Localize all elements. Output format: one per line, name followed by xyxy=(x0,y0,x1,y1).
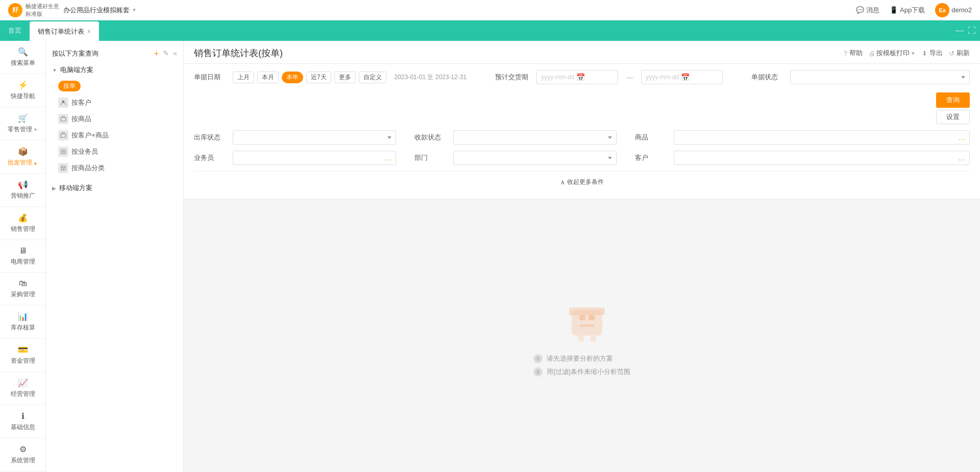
sales-icon: 💰 xyxy=(18,213,28,223)
calendar-icon: 📅 xyxy=(576,73,585,81)
print-button[interactable]: 🖨 按模板打印 ▼ xyxy=(869,49,916,58)
user-avatar-button[interactable]: Ea demo2 xyxy=(935,3,972,17)
svg-rect-16 xyxy=(590,336,596,342)
status-label: 单据状态 xyxy=(751,73,782,82)
sidebar-item-sales[interactable]: 💰 销售管理 xyxy=(0,207,45,240)
inventory-icon: 📊 xyxy=(18,312,28,321)
custom-date-btn[interactable]: 自定义 xyxy=(359,72,386,83)
svg-rect-12 xyxy=(579,324,595,327)
salesperson-input[interactable]: … xyxy=(233,151,396,165)
dept-select[interactable] xyxy=(453,151,617,165)
svg-rect-15 xyxy=(578,336,584,342)
svg-rect-1 xyxy=(61,117,66,121)
sidebar-item-ecom[interactable]: 🖥 电商管理 xyxy=(0,240,45,273)
this-month-btn[interactable]: 本月 xyxy=(257,72,279,83)
goods-more-button[interactable]: … xyxy=(958,133,965,141)
tree-item-by-salesperson[interactable]: 按业务员 xyxy=(52,144,183,160)
empty-state: ① 请先选择要分析的方案 ② 用[过滤]条件来缩小分析范围 xyxy=(184,199,980,472)
tree-item-by-customer[interactable]: 按客户 xyxy=(52,95,183,111)
app-download-button[interactable]: 📱 App下载 xyxy=(890,6,925,15)
page-header: 销售订单统计表(按单) ? 帮助 🖨 按模板打印 ▼ ⬇ 导出 xyxy=(184,41,980,64)
avatar: Ea xyxy=(935,3,949,17)
status-select[interactable] xyxy=(790,70,970,84)
expected-date-end[interactable]: yyyy-mm-dd 📅 xyxy=(641,70,723,84)
settings-button[interactable]: 设置 xyxy=(936,110,970,124)
cart-icon: 🛒 xyxy=(18,113,28,123)
last-month-btn[interactable]: 上月 xyxy=(233,72,254,83)
print-icon: 🖨 xyxy=(869,50,875,57)
last7days-btn[interactable]: 近7天 xyxy=(306,72,331,83)
message-button[interactable]: 💬 消息 xyxy=(856,6,879,15)
tree-item-by-category[interactable]: 按商品分类 xyxy=(52,160,183,176)
marketing-icon: 📢 xyxy=(18,180,28,190)
suite-title[interactable]: 办公用品行业模拟账套 ▼ xyxy=(63,6,137,15)
sidebar-item-quick-nav[interactable]: ⚡ 快捷导航 xyxy=(0,74,45,107)
sidebar-item-system[interactable]: ⚙ 系统管理 xyxy=(0,438,45,471)
help-icon: ? xyxy=(844,50,847,57)
maximize-icon[interactable]: ⛶ xyxy=(968,26,976,35)
goods-label: 商品 xyxy=(635,133,666,142)
chevron-down-icon xyxy=(608,136,612,139)
content-area: 按以下方案查询 + ✎ « ▼ 电脑端方案 按单 xyxy=(46,41,980,472)
empty-tip-1: ① 请先选择要分析的方案 xyxy=(533,354,630,363)
sidebar-item-inventory[interactable]: 📊 库存核算 xyxy=(0,305,45,339)
receipt-status-label: 收款状态 xyxy=(414,133,445,142)
collapse-row: ∧ 收起更多条件 xyxy=(194,171,970,193)
sidebar-item-biz[interactable]: 📈 经营管理 xyxy=(0,372,45,405)
sidebar-item-finance[interactable]: 💳 资金管理 xyxy=(0,339,45,372)
logo-icon: 好 xyxy=(8,3,22,17)
svg-point-14 xyxy=(597,322,603,331)
collapse-filter-button[interactable]: ∧ 收起更多条件 xyxy=(556,176,608,188)
purchase-icon: 🛍 xyxy=(19,279,27,288)
empty-tips: ① 请先选择要分析的方案 ② 用[过滤]条件来缩小分析范围 xyxy=(533,354,630,376)
customer-more-button[interactable]: … xyxy=(958,154,965,162)
edit-scheme-button[interactable]: ✎ xyxy=(163,49,169,58)
salesperson-icon xyxy=(58,147,68,157)
customer-input[interactable]: … xyxy=(674,151,970,165)
out-status-select[interactable] xyxy=(233,130,396,145)
sidebar-item-marketing[interactable]: 📢 营销推广 xyxy=(0,174,45,207)
dept-label: 部门 xyxy=(414,153,445,162)
chevron-down-icon xyxy=(961,76,965,79)
svg-point-13 xyxy=(571,322,577,331)
add-scheme-button[interactable]: + xyxy=(154,49,159,58)
tip-1-num: ① xyxy=(533,354,543,363)
tree-item-by-customer-goods[interactable]: 按客户+商品 xyxy=(52,127,183,144)
tree-item-by-goods[interactable]: 按商品 xyxy=(52,111,183,127)
salesperson-label: 业务员 xyxy=(194,153,225,162)
top-bar: 好 畅捷通好生意 标准版 办公用品行业模拟账套 ▼ 💬 消息 📱 App下载 E… xyxy=(0,0,980,20)
sidebar-item-search-menu[interactable]: 🔍 搜索菜单 xyxy=(0,41,45,74)
filter-row-1: 单据日期 上月 本月 本年 近7天 更多 自定义 2023-01-01 至 20… xyxy=(194,70,970,124)
query-button[interactable]: 查询 xyxy=(936,92,970,108)
goods-input[interactable]: … xyxy=(674,130,970,145)
salesperson-more-button[interactable]: … xyxy=(384,154,391,162)
lightning-icon: ⚡ xyxy=(18,80,28,90)
more-date-btn[interactable]: 更多 xyxy=(334,72,356,83)
help-button[interactable]: ? 帮助 xyxy=(844,49,863,58)
close-tab-icon[interactable]: × xyxy=(87,28,91,35)
expected-date-start[interactable]: yyyy-mm-dd 📅 xyxy=(536,70,618,84)
logo-text: 畅捷通好生意 标准版 xyxy=(26,3,59,17)
sidebar-item-basic[interactable]: ℹ 基础信息 xyxy=(0,405,45,438)
tip-2-text: 用[过滤]条件来缩小分析范围 xyxy=(547,367,630,376)
sidebar-item-retail[interactable]: 🛒 零售管理 ▼ xyxy=(0,107,45,140)
out-status-label: 出库状态 xyxy=(194,133,225,142)
export-button[interactable]: ⬇ 导出 xyxy=(922,49,943,58)
nav-tabs: 首页 销售订单统计表 × — ⛶ xyxy=(0,20,980,41)
sidebar-item-wholesale[interactable]: 📦 批发管理 ▲ xyxy=(0,140,45,174)
filter-row-3: 业务员 … 部门 客户 … xyxy=(194,151,970,165)
refresh-button[interactable]: ↺ 刷新 xyxy=(949,49,970,58)
receipt-status-select[interactable] xyxy=(453,130,617,145)
tab-home[interactable]: 首页 xyxy=(0,20,30,41)
customer-goods-icon xyxy=(58,130,68,140)
this-year-btn[interactable]: 本年 xyxy=(282,72,303,83)
minimize-icon[interactable]: — xyxy=(955,26,964,35)
collapse-panel-button[interactable]: « xyxy=(173,49,177,58)
empty-illustration xyxy=(556,295,607,346)
tab-sales-order-stats[interactable]: 销售订单统计表 × xyxy=(30,21,99,42)
tip-2-num: ② xyxy=(533,367,543,376)
tree-section-pc[interactable]: ▼ 电脑端方案 xyxy=(46,62,183,78)
tree-item-by-order[interactable]: 按单 xyxy=(52,78,183,95)
sidebar-item-purchase[interactable]: 🛍 采购管理 xyxy=(0,273,45,305)
tree-section-mobile[interactable]: ▶ 移动端方案 xyxy=(46,180,183,196)
